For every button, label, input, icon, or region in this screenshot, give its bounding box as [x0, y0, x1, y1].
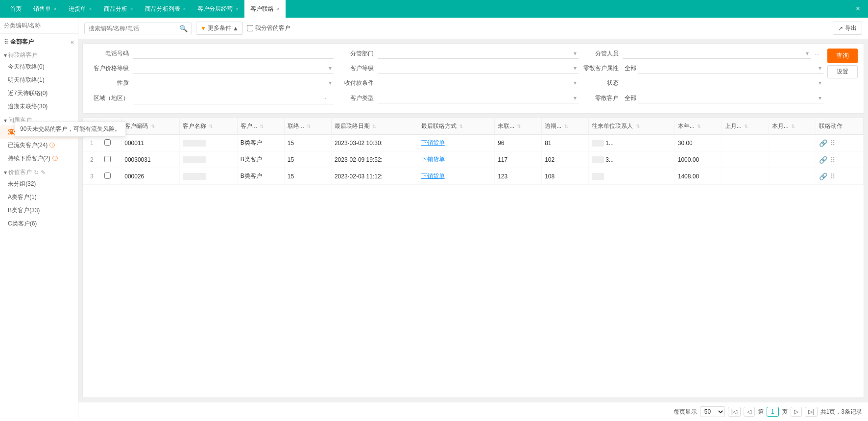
- nav-purchase-close[interactable]: ×: [89, 6, 92, 12]
- filter-dots-manager[interactable]: ···: [811, 49, 823, 59]
- row-last-contact-method-3[interactable]: 下销货单: [418, 168, 494, 185]
- row-last-contact-method-1[interactable]: 下销货单: [418, 135, 494, 151]
- chevron-down-icon5: ▾: [819, 65, 821, 72]
- last-page-button[interactable]: ▷|: [805, 407, 818, 417]
- sidebar-search-input[interactable]: [4, 22, 77, 29]
- filter-cell-payment: 收付款条件 ▾: [334, 78, 579, 88]
- row-checkbox-1[interactable]: [101, 135, 121, 151]
- sort-icon2: ⇅: [209, 124, 213, 129]
- filter-select-retail-customer[interactable]: ▾: [638, 93, 823, 103]
- setting-button[interactable]: 设置: [827, 65, 858, 78]
- sidebar-item-declining-customers[interactable]: 持续下滑客户(2) ⓘ: [0, 152, 78, 165]
- filter-select-region[interactable]: ···: [133, 92, 334, 104]
- action-more-icon-2[interactable]: ⠿: [830, 156, 835, 164]
- row-type-3: B类客户: [237, 168, 284, 185]
- row-checkbox-input-1[interactable]: [104, 139, 111, 146]
- sidebar-item-tomorrow-contact[interactable]: 明天待联络(1): [0, 74, 78, 87]
- nav-product-analysis-list[interactable]: 商品分析列表 ×: [139, 0, 192, 18]
- sidebar-search-wrap: 🔍: [0, 18, 78, 34]
- nav-customer-segment-close[interactable]: ×: [236, 6, 239, 12]
- filter-select-retail-attr[interactable]: ▾: [638, 63, 823, 74]
- filter-select-nature[interactable]: ▾: [133, 78, 334, 88]
- action-more-icon-3[interactable]: ⠿: [830, 173, 835, 180]
- filter-label-dept: 分管部门: [334, 50, 378, 58]
- filter-label-manager: 分管人员: [579, 50, 623, 58]
- nav-product-analysis-list-close[interactable]: ×: [183, 6, 186, 12]
- row-last-contact-method-2[interactable]: 下销货单: [418, 151, 494, 168]
- sidebar-item-class-c[interactable]: C类客户(6): [0, 217, 78, 230]
- filter-select-status[interactable]: ▾: [623, 78, 823, 88]
- filter-button[interactable]: ▼ 更多条件 ▲: [196, 22, 243, 35]
- nav-product-analysis-label: 商品分析: [104, 5, 127, 13]
- nav-purchase-label: 进货单: [69, 5, 86, 13]
- first-page-button[interactable]: |◁: [728, 407, 741, 417]
- close-all-button[interactable]: ×: [852, 4, 864, 13]
- row-action-2: 🔗 ⠿: [816, 151, 863, 168]
- edit-icon[interactable]: ✎: [41, 169, 46, 176]
- nav-purchase[interactable]: 进货单 ×: [63, 0, 98, 18]
- row-checkbox-input-2[interactable]: [104, 156, 111, 162]
- row-num-3: 3: [83, 168, 101, 185]
- my-customers-checkbox-label[interactable]: 我分管的客户: [247, 24, 290, 32]
- filter-select-price-grade[interactable]: ▾: [133, 63, 334, 74]
- nav-sales[interactable]: 销售单 ×: [27, 0, 63, 18]
- filter-icon: ▼: [200, 25, 206, 32]
- sidebar-item-7day-contact[interactable]: 近7天待联络(0): [0, 87, 78, 100]
- my-customers-checkbox[interactable]: [247, 25, 253, 31]
- filter-select-manager[interactable]: ▾: [623, 49, 811, 59]
- row-overdue-1: 81: [542, 135, 589, 151]
- row-checkbox-3[interactable]: [101, 168, 121, 185]
- sidebar-item-today-contact[interactable]: 今天待联络(0): [0, 60, 78, 74]
- action-more-icon-1[interactable]: ⠿: [830, 139, 835, 147]
- query-button[interactable]: 查询: [827, 49, 858, 63]
- row-name-1: [179, 135, 237, 151]
- table-row: 1 000011 B类客户 15 2023-03-02 10:30: 下销货单 …: [83, 135, 864, 151]
- filter-row-1: 电话号码 分管部门 ▾ 分管人员: [89, 49, 823, 59]
- action-link-icon-3[interactable]: 🔗: [819, 173, 827, 180]
- page-size-select[interactable]: 50 20 100: [700, 406, 725, 417]
- th-last-month: 上月... ⇅: [722, 118, 769, 135]
- sidebar-item-overdue-contact[interactable]: 逾期未联络(30): [0, 100, 78, 113]
- filter-select-customer-type[interactable]: ▾: [378, 93, 579, 103]
- nav-home[interactable]: 首页: [4, 0, 27, 18]
- export-button[interactable]: ↗ 导出: [833, 22, 862, 35]
- filter-dots-region[interactable]: ···: [319, 94, 332, 102]
- search-button[interactable]: 🔍: [179, 25, 188, 32]
- sidebar-all-customers[interactable]: ⠿ 全部客户 «: [0, 34, 78, 48]
- filter-input-phone[interactable]: [133, 49, 334, 59]
- search-input[interactable]: [89, 25, 179, 32]
- sidebar-item-unclassified[interactable]: 未分组(32): [0, 177, 78, 191]
- nav-customer-contact-close[interactable]: ×: [277, 6, 280, 12]
- table-header-row: ⚙ 客户编码 ⇅ 客户名称 ⇅ 客户... ⇅ 联络... ⇅ 最后联络日期 ⇅…: [83, 118, 864, 135]
- nav-customer-segment[interactable]: 客户分层经营 ×: [192, 0, 244, 18]
- nav-product-analysis[interactable]: 商品分析 ×: [98, 0, 139, 18]
- prev-page-button[interactable]: ◁: [744, 407, 755, 417]
- th-last-contact-method: 最后联络方式 ⇅: [418, 118, 494, 135]
- next-page-button[interactable]: ▷: [791, 407, 802, 417]
- filter-select-payment[interactable]: ▾: [378, 78, 579, 88]
- row-type-2: B类客户: [237, 151, 284, 168]
- filter-select-customer-grade[interactable]: ▾: [378, 63, 579, 74]
- nav-customer-contact[interactable]: 客户联络 ×: [244, 0, 286, 18]
- row-overdue-3: 108: [542, 168, 589, 185]
- sort-icon7: ⇅: [517, 124, 521, 129]
- row-this-year-2: 1000.00: [675, 151, 722, 168]
- filter-row-4: 区域（地区） ··· 客户类型 ▾: [89, 92, 823, 104]
- action-link-icon-1[interactable]: 🔗: [819, 139, 827, 147]
- row-company-contact-2: 3...: [589, 151, 675, 168]
- sort-icon10: ⇅: [697, 124, 701, 129]
- sidebar-item-class-b[interactable]: B类客户(33): [0, 204, 78, 217]
- blurred-contact-2: [592, 156, 604, 163]
- nav-product-analysis-close[interactable]: ×: [130, 6, 133, 12]
- th-overdue: 逾期... ⇅: [542, 118, 589, 135]
- row-checkbox-input-3[interactable]: [104, 173, 111, 179]
- nav-sales-close[interactable]: ×: [54, 6, 57, 12]
- refresh-icon[interactable]: ↻: [34, 169, 39, 176]
- action-link-icon-2[interactable]: 🔗: [819, 156, 827, 164]
- sidebar-item-lost-customers[interactable]: 已流失客户(24) ⓘ: [0, 139, 78, 152]
- sidebar-item-class-a[interactable]: A类客户(1): [0, 191, 78, 204]
- nav-customer-contact-label: 客户联络: [250, 5, 274, 13]
- row-checkbox-2[interactable]: [101, 151, 121, 168]
- filter-select-dept[interactable]: ▾: [378, 49, 579, 59]
- chevron-down-icon2: ▾: [806, 50, 809, 57]
